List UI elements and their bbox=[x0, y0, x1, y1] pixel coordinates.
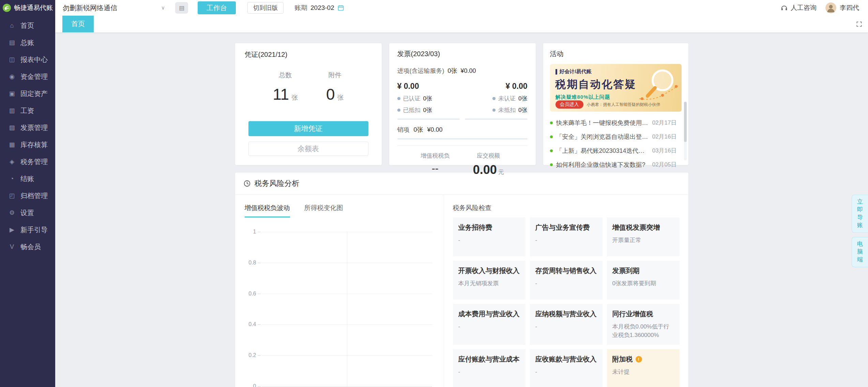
company-select[interactable]: 勿删新锐网络通信 ∨ bbox=[63, 3, 165, 13]
scrollbar-thumb[interactable] bbox=[684, 102, 687, 142]
voucher-attachment-value: 0 bbox=[326, 85, 335, 103]
risk-section-title: 税务风险分析 bbox=[255, 178, 300, 189]
logo-icon bbox=[2, 3, 11, 12]
progress-bar bbox=[397, 118, 460, 120]
tax-payable-unit: 元 bbox=[498, 168, 504, 176]
activity-scrollbar[interactable] bbox=[684, 102, 687, 160]
tab-home[interactable]: 首页 bbox=[62, 16, 94, 32]
progress-bar bbox=[465, 118, 527, 120]
banner-bar-icon bbox=[555, 69, 557, 75]
headset-icon bbox=[780, 4, 788, 12]
sidebar-item-payroll[interactable]: ▥工资 bbox=[0, 102, 55, 119]
check-advertising[interactable]: 广告与业务宣传费 - bbox=[530, 217, 603, 256]
sidebar-item-settings[interactable]: ⚙设置 bbox=[0, 204, 55, 221]
tab-vat-burden-fluctuation[interactable]: 增值税税负波动 bbox=[245, 204, 290, 217]
main-content: 凭证(2021/12) 总数 11 张 附件 0 张 bbox=[55, 32, 868, 387]
workbench-button[interactable]: 工作台 bbox=[198, 1, 236, 14]
voucher-attachment-unit: 张 bbox=[337, 93, 344, 102]
invoice-icon: ▨ bbox=[8, 124, 16, 131]
check-receivables-vs-revenue[interactable]: 应收账款与营业收入 - bbox=[530, 349, 603, 387]
activity-card: 活动 好会计/易代账 税期自动化答疑 解决疑难80%以上问题 会员进入 小易君：… bbox=[543, 43, 688, 165]
status-dot-icon bbox=[397, 109, 400, 112]
funds-icon: ◉ bbox=[8, 73, 16, 80]
news-item[interactable]: 如何利用企业微信快速下发数据? 02月05日 bbox=[550, 158, 677, 172]
check-inventory-turnover[interactable]: 存货周转与销售收入 - bbox=[530, 261, 603, 300]
check-business-entertainment[interactable]: 业务招待费 - bbox=[453, 217, 526, 256]
check-invoice-vs-report-income[interactable]: 开票收入与财报收入 本月无销项发票 bbox=[453, 261, 526, 300]
check-surtax[interactable]: 附加税 ! 未计提 bbox=[607, 349, 680, 387]
switch-old-version-button[interactable]: 切到旧版 bbox=[247, 2, 284, 14]
floating-buttons: 立即导账 电脑端 bbox=[852, 195, 868, 267]
tab-income-tax-change[interactable]: 所得税变化图 bbox=[304, 204, 343, 217]
sidebar-item-report-center[interactable]: ◫报表中心 bbox=[0, 51, 55, 68]
invoice-card-title: 发票(2023/03) bbox=[397, 49, 528, 59]
calendar-icon bbox=[337, 4, 344, 11]
sidebar: ⌂首页 ▤总账 ◫报表中心 ◉资金管理 ▣固定资产 ▥工资 ▨发票管理 ▦库存核… bbox=[0, 16, 55, 387]
output-invoice-count: 0张 bbox=[414, 126, 423, 134]
fullscreen-icon[interactable] bbox=[856, 21, 863, 28]
archive-icon: ◰ bbox=[8, 192, 16, 199]
deducted-label: 已抵扣 bbox=[403, 106, 421, 114]
check-payables-vs-cost[interactable]: 应付账款与营业成本 - bbox=[453, 349, 526, 387]
sidebar-item-label: 库存核算 bbox=[20, 140, 48, 149]
divider bbox=[397, 145, 528, 146]
status-dot-icon bbox=[492, 109, 496, 112]
username[interactable]: 李四代 bbox=[840, 3, 859, 12]
period-value: 2023-02 bbox=[310, 4, 334, 12]
sidebar-item-fixed-assets[interactable]: ▣固定资产 bbox=[0, 85, 55, 102]
import-account-button[interactable]: 立即导账 bbox=[852, 195, 868, 233]
certified-amount: ¥ 0.00 bbox=[397, 82, 419, 91]
magnifier-icon bbox=[637, 65, 680, 105]
balance-sheet-button[interactable]: 余额表 bbox=[248, 142, 368, 156]
topbar-right: 人工咨询 李四代 bbox=[780, 2, 868, 13]
certified-column: ¥ 0.00 已认证 0张 已抵扣 0张 bbox=[397, 82, 460, 120]
output-invoice-row: 销项 0张 ¥0.00 bbox=[397, 126, 528, 134]
news-date: 03月16日 bbox=[652, 147, 677, 155]
ledger-book-button[interactable]: ▤ bbox=[175, 2, 188, 14]
sidebar-item-tax[interactable]: ◈税务管理 bbox=[0, 153, 55, 170]
sidebar-item-guide[interactable]: ▶新手引导 bbox=[0, 221, 55, 238]
tax-risk-card: 税务风险分析 增值税税负波动 所得税变化图 bbox=[235, 173, 688, 387]
news-item[interactable]: 「上新」易代账20230314迭代更新 03月16日 bbox=[550, 144, 677, 158]
banner-cta-button[interactable]: 会员进入 bbox=[555, 100, 583, 109]
new-voucher-button[interactable]: 新增凭证 bbox=[248, 121, 368, 136]
pc-client-button[interactable]: 电脑端 bbox=[852, 237, 868, 267]
sidebar-item-invoice[interactable]: ▨发票管理 bbox=[0, 119, 55, 136]
vat-burden: 增值税税负 -- bbox=[421, 152, 450, 177]
news-text: 快来薅羊毛！一键报税免费使用365天... bbox=[556, 119, 649, 127]
check-tax-vs-revenue[interactable]: 应纳税额与营业收入 - bbox=[530, 304, 603, 345]
uncertified-row: 未认证 0张 bbox=[492, 95, 527, 102]
input-invoice-count: 0张 bbox=[448, 67, 457, 75]
news-item[interactable]: 快来薅羊毛！一键报税免费使用365天... 02月17日 bbox=[550, 116, 677, 130]
sidebar-item-inventory[interactable]: ▦库存核算 bbox=[0, 136, 55, 153]
avatar[interactable] bbox=[825, 2, 836, 13]
news-item[interactable]: 「安全」关闭浏览器自动退出登录状态 02月16日 bbox=[550, 130, 677, 144]
closing-icon: ◔ bbox=[8, 175, 16, 182]
report-icon: ◫ bbox=[8, 56, 16, 63]
accounting-period-picker[interactable]: 账期 2023-02 bbox=[294, 3, 344, 12]
y-tick-label: 0.8 bbox=[243, 260, 256, 266]
inventory-icon: ▦ bbox=[8, 141, 16, 148]
invoice-card: 发票(2023/03) 进项(含运输服务) 0张 ¥0.00 ¥ 0.00 已认… bbox=[389, 43, 536, 165]
sidebar-item-home[interactable]: ⌂首页 bbox=[0, 17, 55, 34]
news-date: 02月17日 bbox=[652, 119, 677, 127]
sidebar-item-membership[interactable]: V畅会员 bbox=[0, 238, 55, 255]
sidebar-item-funds[interactable]: ◉资金管理 bbox=[0, 68, 55, 85]
uncertified-value: 0张 bbox=[518, 95, 527, 102]
sidebar-item-archive[interactable]: ◰归档管理 bbox=[0, 187, 55, 204]
check-vat-invoice-surge[interactable]: 增值税发票突增 开票量正常 bbox=[607, 217, 680, 256]
news-list: 快来薅羊毛！一键报税免费使用365天... 02月17日 「安全」关闭浏览器自动… bbox=[550, 116, 682, 172]
tax-payable-value: 0.00 bbox=[473, 163, 497, 177]
tax-icon: ◈ bbox=[8, 158, 16, 165]
promo-banner[interactable]: 好会计/易代账 税期自动化答疑 解决疑难80%以上问题 会员进入 小易君：拥有人… bbox=[550, 64, 682, 112]
check-cost-vs-revenue[interactable]: 成本费用与营业收入 - bbox=[453, 304, 526, 345]
sidebar-item-closing[interactable]: ◔结账 bbox=[0, 170, 55, 187]
home-icon: ⌂ bbox=[8, 22, 16, 29]
support-link[interactable]: 人工咨询 bbox=[780, 3, 817, 12]
payroll-icon: ▥ bbox=[8, 107, 16, 114]
check-invoice-expiry[interactable]: 发票到期 0张发票将要到期 bbox=[607, 261, 680, 300]
chevron-down-icon: ∨ bbox=[161, 5, 165, 11]
clock-icon bbox=[243, 180, 251, 187]
sidebar-item-general-ledger[interactable]: ▤总账 bbox=[0, 34, 55, 51]
check-industry-vat[interactable]: 同行业增值税 本月税负0.00%低于行业税负1.360000% bbox=[607, 304, 680, 345]
